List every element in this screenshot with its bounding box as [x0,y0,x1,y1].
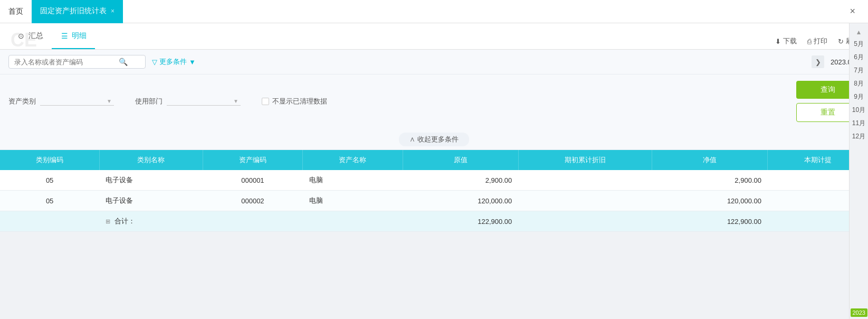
filter-icon: ▽ [152,58,157,66]
table-wrap: 类别编码 类别名称 资产编码 资产名称 原值 期初累计折旧 净值 本期计提 05… [0,150,868,232]
department-chevron-icon: ▼ [233,98,239,104]
print-icon: ⎙ [807,37,812,45]
month-5[interactable]: 5月 [851,38,867,50]
tab-close-icon[interactable]: × [111,7,115,15]
asset-category-filter: 资产类别 ▼ [8,97,114,106]
total-empty2: ⊞ 合计： [99,211,203,232]
total-empty1 [0,211,99,232]
row1-net-value: 2,900.00 [652,170,768,191]
month-8[interactable]: 8月 [851,78,867,90]
month-12[interactable]: 12月 [851,130,867,143]
col-asset-code: 资产编码 [203,150,302,170]
tab-summary-label: 汇总 [28,31,43,41]
table-row: 05 电子设备 000002 电脑 120,000.00 120,000.00 [0,191,868,211]
window-close-button[interactable]: × [845,6,860,17]
month-10[interactable]: 10月 [851,104,867,116]
month-11[interactable]: 11月 [851,117,867,129]
department-label: 使用部门 [135,97,163,106]
toolbar-actions: ⬇ 下载 ⎙ 打印 ↻ 刷新 [775,36,860,49]
col-net-value: 净值 [652,150,768,170]
print-button[interactable]: ⎙ 打印 [807,36,827,46]
total-label: 合计： [115,217,135,225]
col-asset-name: 资产名称 [303,150,403,170]
row1-asset-name: 电脑 [303,170,403,191]
tab-detail-label: 明细 [72,31,87,41]
download-icon: ⬇ [775,37,781,45]
filter-area: 资产类别 ▼ 使用部门 ▼ 不显示已清理数据 查询 重置 ∧ 收起更多条件 [0,74,868,150]
row1-category-code: 05 [0,170,99,191]
row1-original-value: 2,900.00 [403,170,518,191]
data-table: 类别编码 类别名称 资产编码 资产名称 原值 期初累计折旧 净值 本期计提 05… [0,150,868,232]
row2-category-name: 电子设备 [99,191,203,211]
collapse-label: ∧ 收起更多条件 [399,133,469,146]
department-select[interactable]: ▼ [167,97,241,106]
row2-original-value: 120,000.00 [403,191,518,211]
row2-asset-code: 000002 [203,191,302,211]
active-tab[interactable]: 固定资产折旧统计表 × [32,0,123,23]
download-label: 下载 [783,36,797,46]
more-conditions-button[interactable]: ▽ 更多条件 ▼ [152,57,196,67]
total-accumulated-depreciation [518,211,652,232]
tab-detail[interactable]: ☰ 明细 [52,23,95,49]
total-empty3 [203,211,302,232]
row2-category-code: 05 [0,191,99,211]
collapse-bar[interactable]: ∧ 收起更多条件 [8,128,860,149]
total-original-value: 122,900.00 [403,211,518,232]
hide-cleared-checkbox[interactable] [262,98,269,105]
row2-accumulated-depreciation [518,191,652,211]
col-category-name: 类别名称 [99,150,203,170]
search-input[interactable] [14,58,115,66]
filter-row: 资产类别 ▼ 使用部门 ▼ 不显示已清理数据 查询 重置 [8,81,860,128]
toolbar-tabs: ⊙ 汇总 ☰ 明细 ⬇ 下载 ⎙ 打印 ↻ 刷新 [0,23,868,50]
top-nav: 首页 固定资产折旧统计表 × × [0,0,868,23]
row1-category-name: 电子设备 [99,170,203,191]
month-6[interactable]: 6月 [851,51,867,63]
total-icon: ⊞ [106,218,110,224]
print-label: 打印 [814,36,827,46]
asset-category-chevron-icon: ▼ [107,98,112,104]
row2-asset-name: 电脑 [303,191,403,211]
col-category-code: 类别编码 [0,150,99,170]
search-icon: 🔍 [119,58,128,66]
tab-label: 固定资产折旧统计表 [40,6,107,16]
more-conditions-chevron-icon: ▼ [189,58,196,66]
search-input-wrap[interactable]: 🔍 [8,55,146,69]
refresh-icon: ↻ [838,37,844,45]
month-9[interactable]: 9月 [851,91,867,103]
table-header-row: 类别编码 类别名称 资产编码 资产名称 原值 期初累计折旧 净值 本期计提 [0,150,868,170]
row2-net-value: 120,000.00 [652,191,768,211]
table-total-row: ⊞ 合计： 122,900.00 122,900.00 [0,211,868,232]
hide-cleared-checkbox-wrap[interactable]: 不显示已清理数据 [262,97,327,106]
summary-icon: ⊙ [17,32,25,40]
year-badge: 2023 [851,308,867,317]
month-7[interactable]: 7月 [851,64,867,77]
asset-category-select[interactable]: ▼ [40,97,114,106]
more-conditions-label: 更多条件 [159,57,187,67]
total-empty4 [303,211,403,232]
right-sidebar: ▲ 5月 6月 7月 8月 9月 10月 11月 12月 2023 [849,23,868,319]
download-button[interactable]: ⬇ 下载 [775,36,797,46]
hide-cleared-label: 不显示已清理数据 [272,97,327,106]
col-original-value: 原值 [403,150,518,170]
detail-icon: ☰ [60,32,69,40]
row1-accumulated-depreciation [518,170,652,191]
scroll-up-button[interactable]: ▲ [856,27,862,37]
total-net-value: 122,900.00 [652,211,768,232]
asset-category-label: 资产类别 [8,97,36,106]
tab-summary[interactable]: ⊙ 汇总 [8,23,52,49]
row1-asset-code: 000001 [203,170,302,191]
home-link[interactable]: 首页 [8,7,32,16]
search-bar: 🔍 ▽ 更多条件 ▼ ❯ 2023.01 [0,50,868,74]
department-filter: 使用部门 ▼ [135,97,241,106]
col-accumulated-depreciation: 期初累计折旧 [518,150,652,170]
table-row: 05 电子设备 000001 电脑 2,900.00 2,900.00 [0,170,868,191]
date-nav-right-arrow[interactable]: ❯ [812,55,824,68]
